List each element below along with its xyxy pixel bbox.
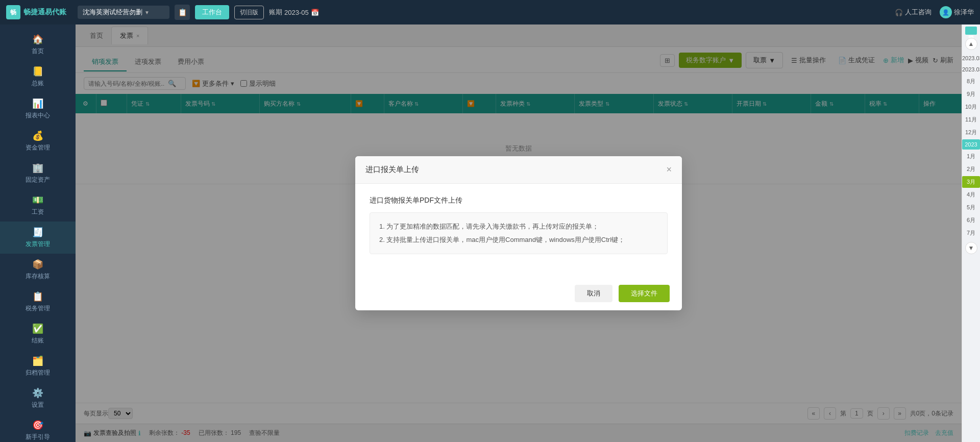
top-bar: 畅 畅捷通易代账 沈海英测试经营勿删 ▼ 📋 工作台 切旧版 账期 2023-0… bbox=[0, 0, 980, 24]
sidebar-item-tax[interactable]: 📋 税务管理 bbox=[0, 286, 76, 318]
sidebar-item-salary[interactable]: 💵 工资 bbox=[0, 189, 76, 222]
modal-info-item-2: 2. 支持批量上传进口报关单，mac用户使用Command键，windows用户… bbox=[379, 233, 658, 247]
modal-info-item-1: 1. 为了更加精准的数据匹配，请先录入海关缴款书，再上传对应的报关单； bbox=[379, 220, 658, 233]
right-period-6[interactable]: 6月 bbox=[962, 214, 980, 226]
logo-icon: 畅 bbox=[6, 5, 20, 19]
company-selector[interactable]: 沈海英测试经营勿删 ▼ bbox=[78, 6, 169, 19]
assets-icon: 🏢 bbox=[32, 162, 43, 174]
salary-icon: 💵 bbox=[32, 194, 43, 206]
sidebar-item-guide[interactable]: 🎯 新手引导 bbox=[0, 414, 76, 442]
headset-icon: 🎧 bbox=[895, 9, 903, 16]
right-period-2[interactable]: 2月 bbox=[962, 163, 980, 175]
guide-icon: 🎯 bbox=[32, 420, 43, 431]
import-customs-modal: 进口报关单上传 × 进口货物报关单PDF文件上传 1. 为了更加精准的数据匹配，… bbox=[355, 156, 682, 310]
sidebar-item-report[interactable]: 📊 报表中心 bbox=[0, 93, 76, 125]
archive-icon: 🗂️ bbox=[32, 355, 43, 366]
content-area: 首页 发票 × 销项发票 进项发票 费用小票 ⊞ bbox=[76, 24, 962, 442]
right-period-10[interactable]: 10月 bbox=[962, 101, 980, 113]
sidebar-item-funds[interactable]: 💰 资金管理 bbox=[0, 125, 76, 157]
right-collapse-button[interactable]: ▼ bbox=[965, 242, 977, 254]
sidebar-item-assets[interactable]: 🏢 固定资产 bbox=[0, 157, 76, 189]
main-layout: 🏠 首页 📒 总账 📊 报表中心 💰 资金管理 🏢 固定资产 💵 工资 🧾 发票… bbox=[0, 24, 980, 442]
modal-info-box: 1. 为了更加精准的数据匹配，请先录入海关缴款书，再上传对应的报关单； 2. 支… bbox=[370, 212, 668, 254]
top-bar-right: 🎧 人工咨询 👤 徐泽华 bbox=[895, 6, 974, 18]
sidebar-item-home[interactable]: 🏠 首页 bbox=[0, 29, 76, 61]
sidebar-item-settle[interactable]: ✅ 结账 bbox=[0, 318, 76, 350]
user-info[interactable]: 👤 徐泽华 bbox=[940, 6, 974, 18]
switch-old-button[interactable]: 切旧版 bbox=[234, 6, 264, 19]
period-info: 账期 2023-05 📅 bbox=[269, 8, 319, 17]
modal-close-button[interactable]: × bbox=[666, 164, 672, 175]
right-period-2023-03-1[interactable]: 2023.03 bbox=[962, 53, 980, 63]
company-dropdown-arrow: ▼ bbox=[144, 10, 150, 15]
right-period-5[interactable]: 5月 bbox=[962, 202, 980, 213]
app-logo: 畅 畅捷通易代账 bbox=[6, 5, 72, 19]
ledger-icon: 📒 bbox=[32, 66, 43, 77]
right-period-tab[interactable]: 期间选择 bbox=[965, 27, 977, 35]
modal-body: 进口货物报关单PDF文件上传 1. 为了更加精准的数据匹配，请先录入海关缴款书，… bbox=[355, 184, 682, 277]
inventory-icon: 📦 bbox=[32, 259, 43, 270]
settings-icon: ⚙️ bbox=[32, 387, 43, 399]
invoice-icon: 🧾 bbox=[32, 227, 43, 238]
avatar: 👤 bbox=[940, 6, 952, 18]
right-sidebar: 期间选择 ▲ 2023.03 2023.03 8月 9月 10月 11月 12月… bbox=[962, 24, 980, 442]
right-period-4[interactable]: 4月 bbox=[962, 189, 980, 201]
right-period-2023-03-2[interactable]: 2023.03 bbox=[962, 64, 980, 75]
right-period-3[interactable]: 3月 bbox=[962, 176, 980, 188]
sidebar-item-inventory[interactable]: 📦 库存核算 bbox=[0, 254, 76, 286]
right-period-7[interactable]: 7月 bbox=[962, 227, 980, 239]
tax-icon: 📋 bbox=[32, 291, 43, 302]
support-link[interactable]: 🎧 人工咨询 bbox=[895, 8, 932, 17]
right-period-12[interactable]: 12月 bbox=[962, 127, 980, 138]
calendar-icon[interactable]: 📅 bbox=[311, 9, 319, 16]
right-period-8[interactable]: 8月 bbox=[962, 76, 980, 87]
settle-icon: ✅ bbox=[32, 323, 43, 334]
right-period-11[interactable]: 11月 bbox=[962, 114, 980, 126]
right-period-1[interactable]: 1月 bbox=[962, 151, 980, 162]
home-icon: 🏠 bbox=[32, 34, 43, 45]
modal-overlay: 进口报关单上传 × 进口货物报关单PDF文件上传 1. 为了更加精准的数据匹配，… bbox=[76, 24, 962, 442]
modal-cancel-button[interactable]: 取消 bbox=[575, 285, 612, 302]
sidebar-item-ledger[interactable]: 📒 总账 bbox=[0, 61, 76, 93]
modal-title: 进口报关单上传 bbox=[365, 165, 419, 175]
modal-section-title: 进口货物报关单PDF文件上传 bbox=[370, 196, 668, 205]
company-icon-btn[interactable]: 📋 bbox=[175, 5, 190, 20]
right-period-2023[interactable]: 2023 bbox=[962, 139, 980, 150]
sidebar-item-archive[interactable]: 🗂️ 归档管理 bbox=[0, 350, 76, 382]
modal-footer: 取消 选择文件 bbox=[355, 277, 682, 310]
report-icon: 📊 bbox=[32, 98, 43, 109]
sidebar: 🏠 首页 📒 总账 📊 报表中心 💰 资金管理 🏢 固定资产 💵 工资 🧾 发票… bbox=[0, 24, 76, 442]
right-period-9[interactable]: 9月 bbox=[962, 88, 980, 100]
modal-select-file-button[interactable]: 选择文件 bbox=[619, 285, 670, 302]
right-expand-button[interactable]: ▲ bbox=[965, 38, 977, 50]
sidebar-item-invoice[interactable]: 🧾 发票管理 bbox=[0, 222, 76, 254]
workspace-button[interactable]: 工作台 bbox=[195, 5, 229, 19]
modal-header: 进口报关单上传 × bbox=[355, 156, 682, 184]
funds-icon: 💰 bbox=[32, 130, 43, 141]
sidebar-item-settings[interactable]: ⚙️ 设置 bbox=[0, 382, 76, 414]
